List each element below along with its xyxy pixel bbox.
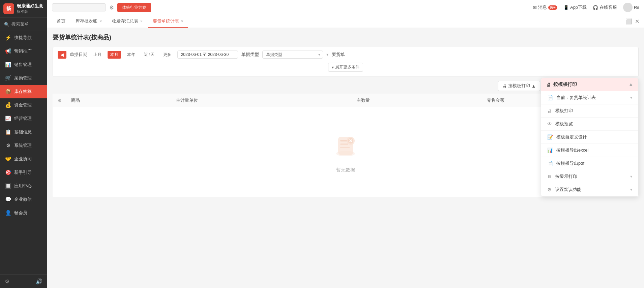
sidebar-item-operation[interactable]: 📈 经营管理 — [0, 112, 47, 125]
app-badge: 标准版 — [17, 9, 43, 14]
sidebar-item-guide[interactable]: 🎯 新手引导 — [0, 166, 47, 179]
tabs-maximize-icon[interactable]: ⬜ — [625, 18, 632, 25]
sidebar-item-appstore[interactable]: 🔲 应用中心 — [0, 179, 47, 193]
tabs-close-icon[interactable]: ✕ — [635, 18, 639, 25]
template-preview-icon: 👁 — [547, 121, 552, 127]
online-service-icon: 🎧 — [593, 5, 598, 10]
topbar: ⚙ 体验行业方案 ✉ 消息 99+ 📱 App下载 🎧 在线客服 Rit — [47, 0, 644, 15]
quick-nav-icon: ⚡ — [5, 35, 11, 41]
dropdown-current-item[interactable]: 📄 当前：要货单统计表 ▾ — [541, 91, 638, 104]
expand-row: ▾ 展开更多条件 — [58, 61, 634, 73]
tab-receipt-summary[interactable]: 收发存汇总表 × — [107, 15, 147, 28]
app-logo-icon: 畅 — [3, 3, 14, 14]
dropdown-template-custom[interactable]: 📝 模板自定义设计 — [541, 131, 638, 144]
settings-icon[interactable]: ⚙ — [5, 278, 9, 285]
dropdown-panel: 🖨 按模板打印 ▲ 📄 当前：要货单统计表 ▾ 🖨 模板打印 👁 模板预览 📝 — [541, 78, 639, 197]
tab-order-stats[interactable]: 要货单统计表 × — [148, 15, 188, 28]
sidebar-item-inventory[interactable]: 📦 库存核算 — [0, 85, 47, 98]
topbar-search-input[interactable] — [52, 3, 106, 11]
date-tag-this-month[interactable]: 本月 — [108, 51, 121, 59]
sidebar-item-sales[interactable]: 📊 销售管理 — [0, 58, 47, 71]
filter-arrow: ▾ — [326, 52, 328, 57]
filter-collapse-btn[interactable]: ◀ — [58, 51, 66, 59]
dropdown-export-pdf[interactable]: 📄 按模板导出pdf — [541, 157, 638, 170]
basic-icon: 📋 — [5, 129, 11, 135]
sidebar-item-wechat[interactable]: 💬 企业微信 — [0, 193, 47, 206]
expand-btn[interactable]: ▾ 展开更多条件 — [328, 63, 363, 72]
sidebar-item-basic[interactable]: 📋 基础信息 — [0, 125, 47, 139]
dropdown-display-print[interactable]: 🖥 按显示打印 ▾ — [541, 170, 638, 183]
sidebar-item-purchase[interactable]: 🛒 采购管理 — [0, 71, 47, 85]
dropdown-default-func[interactable]: ⚙ 设置默认功能 ▾ — [541, 183, 638, 196]
date-label: 单据日期 — [70, 52, 87, 58]
app-download-btn[interactable]: 📱 App下载 — [563, 4, 587, 10]
sidebar-search[interactable]: 🔍 搜索菜单 — [0, 18, 47, 31]
template-custom-label: 模板自定义设计 — [556, 134, 587, 140]
dropdown-close-btn[interactable]: ▲ — [628, 82, 634, 88]
tab-close-batch-account[interactable]: × — [99, 19, 102, 24]
order-type-label: 单据类型 — [241, 52, 259, 58]
filter-row-1: ◀ 单据日期 上月 本月 本年 近7天 更多 单据类型 单据类型 ▾ 要货单 — [58, 51, 634, 59]
operation-icon: 📈 — [5, 116, 11, 122]
messages-btn[interactable]: ✉ 消息 99+ — [533, 4, 557, 10]
page-title: 要货单统计表(按商品) — [53, 33, 639, 41]
date-tag-this-year[interactable]: 本年 — [124, 51, 138, 59]
dropdown-template-print[interactable]: 🖨 模板打印 — [541, 104, 638, 118]
dropdown-template-preview[interactable]: 👁 模板预览 — [541, 118, 638, 131]
export-pdf-icon: 📄 — [547, 161, 553, 166]
col-unit: 主计量单位 — [171, 94, 352, 107]
current-template-arrow: ▾ — [630, 95, 632, 100]
topbar-gear-icon[interactable]: ⚙ — [109, 4, 114, 11]
guide-icon: 🎯 — [5, 169, 11, 175]
order-type-select-wrapper: 单据类型 — [262, 51, 323, 59]
avatar — [623, 3, 633, 12]
online-service-btn[interactable]: 🎧 在线客服 — [593, 4, 617, 10]
svg-rect-4 — [340, 147, 350, 148]
sound-icon[interactable]: 🔊 — [36, 278, 42, 285]
tabs-bar: 首页 库存批次账 × 收发存汇总表 × 要货单统计表 × ⬜ ✕ — [47, 15, 644, 28]
tabs-end: ⬜ ✕ — [625, 18, 639, 25]
sidebar-item-quick-nav[interactable]: ⚡ 快捷导航 — [0, 31, 47, 44]
sales-icon: 📊 — [5, 62, 11, 68]
tab-close-receipt-summary[interactable]: × — [140, 19, 143, 24]
sidebar-item-marketing[interactable]: 📢 营销推广 — [0, 44, 47, 58]
message-icon: ✉ — [533, 5, 537, 10]
print-btn[interactable]: 🖨 按模板打印 ▲ — [498, 81, 540, 91]
dropdown-print-icon: 🖨 — [546, 82, 551, 87]
tab-home[interactable]: 首页 — [52, 15, 70, 28]
order-type-select[interactable]: 单据类型 — [262, 51, 323, 59]
default-func-icon: ⚙ — [547, 187, 552, 192]
date-tag-last-month[interactable]: 上月 — [91, 51, 104, 59]
trial-btn[interactable]: 体验行业方案 — [117, 3, 151, 12]
dropdown-header: 🖨 按模板打印 ▲ — [541, 78, 638, 91]
tab-batch-account[interactable]: 库存批次账 × — [71, 15, 107, 28]
date-tag-more[interactable]: 更多 — [160, 51, 174, 59]
default-func-label: 设置默认功能 — [555, 187, 581, 193]
template-print-label: 模板打印 — [555, 108, 573, 114]
col-product: 商品 — [66, 94, 171, 107]
template-print-icon: 🖨 — [547, 108, 552, 114]
default-func-arrow: ▾ — [630, 187, 632, 192]
dropdown-export-excel[interactable]: 📊 按模板导出excel — [541, 144, 638, 157]
finance-icon: 💰 — [5, 102, 11, 108]
member-icon: 👤 — [5, 210, 11, 216]
inventory-icon: 📦 — [5, 89, 11, 95]
sidebar-item-collab[interactable]: 🤝 企业协同 — [0, 152, 47, 166]
date-tag-7days[interactable]: 近7天 — [141, 51, 157, 59]
table-settings-icon[interactable]: ⚙ — [58, 98, 62, 103]
sidebar-item-member[interactable]: 👤 畅会员 — [0, 206, 47, 220]
page: 要货单统计表(按商品) ◀ 单据日期 上月 本月 本年 近7天 更多 单据类型 … — [47, 28, 644, 288]
export-excel-label: 按模板导出excel — [556, 147, 588, 153]
date-range-input[interactable] — [177, 51, 238, 59]
print-icon: 🖨 — [502, 84, 507, 89]
user-avatar-area[interactable]: Rit — [623, 3, 639, 12]
collab-icon: 🤝 — [5, 156, 11, 162]
sidebar-item-finance[interactable]: 💰 资金管理 — [0, 98, 47, 112]
app-name: 畅康通好生意 — [17, 3, 43, 9]
svg-rect-3 — [340, 143, 348, 145]
tab-close-order-stats[interactable]: × — [181, 19, 183, 24]
dropdown-title: 按模板打印 — [553, 82, 577, 88]
purchase-icon: 🛒 — [5, 75, 11, 81]
display-print-label: 按显示打印 — [555, 173, 577, 180]
sidebar-item-system[interactable]: ⚙ 系统管理 — [0, 139, 47, 152]
